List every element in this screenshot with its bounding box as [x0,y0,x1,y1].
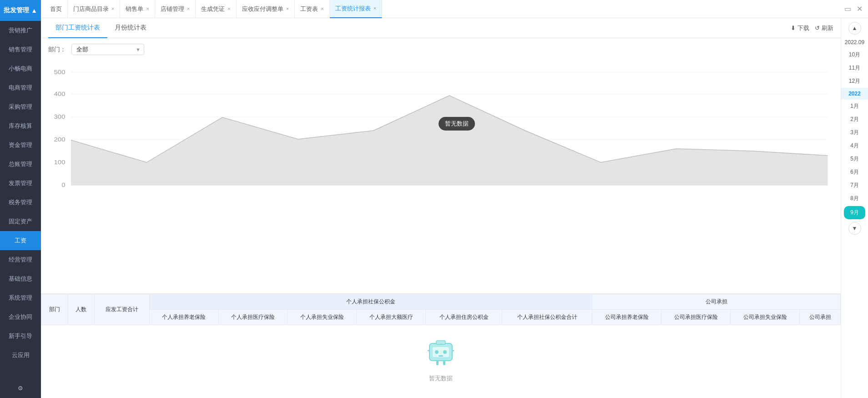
svg-text:300: 300 [54,114,66,120]
tab-home[interactable]: 首页 [45,0,68,18]
timeline-aug[interactable]: 8月 [841,192,868,205]
tab-voucher-label: 生成凭证 [201,5,225,13]
tab-catalog-label: 门店商品目录 [73,5,109,13]
sidebar-item-invoice[interactable]: 发票管理 [0,174,41,193]
chart-container: 500 400 300 200 100 0 [48,68,833,195]
sidebar-item-assets[interactable]: 固定资产 [0,212,41,231]
tab-salary-report-close[interactable]: × [373,6,376,11]
timeline-sep-active[interactable]: 9月 [844,206,865,219]
timeline-may[interactable]: 5月 [841,152,868,166]
empty-text: 暂无数据 [429,374,453,383]
tab-voucher-close[interactable]: × [227,6,230,11]
tab-store-label: 店铺管理 [161,5,184,13]
timeline-jun[interactable]: 6月 [841,166,868,179]
sidebar-item-finance[interactable]: 资金管理 [0,136,41,155]
mar-label: 3月 [850,129,859,136]
year-2022-label: 2022.09 [845,39,864,45]
col-personal-housing: 个人承担住房公积金 [426,310,502,325]
sidebar-item-ledger[interactable]: 总账管理 [0,155,41,174]
tab-dept-label: 部门工资统计表 [56,24,100,32]
tab-catalog-close[interactable]: × [111,6,114,11]
may-label: 5月 [850,155,859,163]
refresh-button[interactable]: ↺ 刷新 [815,24,833,32]
col-company-more: 公司承担 [800,310,841,325]
dept-filter-label: 部门： [48,45,66,54]
oct-label: 10月 [849,51,860,59]
tab-payroll[interactable]: 工资表 × [295,0,329,18]
tab-month-stats[interactable]: 月份统计表 [107,18,154,38]
timeline-feb[interactable]: 2月 [841,113,868,126]
col-personal-unemployment: 个人承担失业保险 [288,310,357,325]
sidebar-item-tax[interactable]: 税务管理 [0,193,41,212]
col-personal-medical: 个人承担医疗保险 [218,310,288,325]
dept-select-wrapper: 全部 销售部 财务部 行政部 技术部 ▼ [71,44,144,55]
tab-catalog[interactable]: 门店商品目录 × [68,0,120,18]
tab-sales-order[interactable]: 销售单 × [120,0,155,18]
content-area: 部门工资统计表 月份统计表 ⬇ 下载 ↺ 刷新 [41,18,868,398]
col-dept: 部门 [41,294,68,325]
sidebar-item-sales[interactable]: 销售管理 [0,40,41,59]
tab-receivable-label: 应收应付调整单 [242,5,283,13]
tab-store-mgmt[interactable]: 店铺管理 × [155,0,196,18]
sidebar-item-system[interactable]: 系统管理 [0,288,41,307]
tab-dept-stats[interactable]: 部门工资统计表 [48,18,107,38]
timeline-oct[interactable]: 10月 [841,48,868,61]
sidebar-item-cloud[interactable]: 云应用 [0,346,41,365]
sidebar-item-marketing[interactable]: 营销推广 [0,21,41,40]
tab-voucher[interactable]: 生成凭证 × [196,0,236,18]
empty-state: 暂无数据 [41,325,841,392]
timeline-year-2022[interactable]: 2022.09 [841,36,868,48]
svg-text:100: 100 [54,159,66,165]
sidebar-item-operation[interactable]: 经营管理 [0,250,41,269]
sidebar-item-enterprise[interactable]: 企业协同 [0,307,41,327]
sidebar-header[interactable]: 批发管理 ▲ [0,0,41,21]
dept-select[interactable]: 全部 销售部 财务部 行政部 技术部 [71,44,144,55]
svg-text:200: 200 [54,136,66,142]
refresh-icon: ↺ [815,25,820,31]
tab-payroll-label: 工资表 [300,5,318,13]
col-count: 人数 [68,294,94,325]
sidebar: 批发管理 ▲ 营销推广 销售管理 小畅电商 电商管理 采购管理 库存核算 资金管… [0,0,41,398]
timeline-down-button[interactable]: ▼ [848,222,861,235]
tab-receivable[interactable]: 应收应付调整单 × [237,0,295,18]
timeline-jul[interactable]: 7月 [841,179,868,192]
sidebar-item-purchase[interactable]: 采购管理 [0,97,41,116]
sidebar-item-salary[interactable]: 工资 [0,231,41,250]
timeline-dec[interactable]: 12月 [841,75,868,88]
timeline-mar[interactable]: 3月 [841,126,868,139]
sidebar-item-ecommerce-small[interactable]: 小畅电商 [0,59,41,78]
timeline-panel: ▲ 2022.09 10月 11月 12月 2022 1月 2月 [841,18,868,398]
timeline-apr[interactable]: 4月 [841,139,868,152]
download-button[interactable]: ⬇ 下载 [791,24,809,32]
jan-label: 1月 [850,102,859,110]
col-personal-group: 个人承担社保公积金 [149,294,592,310]
tab-sales-close[interactable]: × [146,6,149,11]
sidebar-item-guide[interactable]: 新手引导 [0,327,41,346]
tab-payroll-close[interactable]: × [321,6,323,11]
timeline-up-button[interactable]: ▲ [848,22,861,35]
sub-tab-actions: ⬇ 下载 ↺ 刷新 [791,24,833,32]
tab-salary-report[interactable]: 工资统计报表 × [330,0,382,18]
col-company-medical: 公司承担医疗保险 [661,310,731,325]
feb-label: 2月 [850,116,859,123]
jul-label: 7月 [850,181,859,189]
tab-receivable-close[interactable]: × [286,6,289,11]
sidebar-settings[interactable]: ⚙ [0,378,41,398]
jun-label: 6月 [850,168,859,176]
timeline-nov[interactable]: 11月 [841,61,868,75]
sidebar-item-ecommerce[interactable]: 电商管理 [0,78,41,97]
col-personal-subtotal: 个人承担社保公积金合计 [502,310,592,325]
tab-store-close[interactable]: × [187,6,190,11]
table-area[interactable]: 部门 人数 应发工资合计 个人承担社保公积金 公司承担 个人承担养老保险 个人承… [41,293,841,398]
timeline-jan[interactable]: 1月 [841,100,868,113]
sidebar-item-basic[interactable]: 基础信息 [0,269,41,288]
close-all-icon[interactable]: ✕ [855,3,864,15]
restore-icon[interactable]: ▭ [843,3,853,15]
col-personal-major-medical: 个人承担大额医疗 [357,310,426,325]
nov-label: 11月 [849,64,860,72]
timeline-year-2023[interactable]: 2022 [841,88,868,100]
area-chart: 500 400 300 200 100 0 [48,68,833,195]
sep-label: 9月 [850,209,859,217]
filter-row: 部门： 全部 销售部 财务部 行政部 技术部 ▼ [41,38,841,60]
sidebar-item-inventory[interactable]: 库存核算 [0,116,41,136]
